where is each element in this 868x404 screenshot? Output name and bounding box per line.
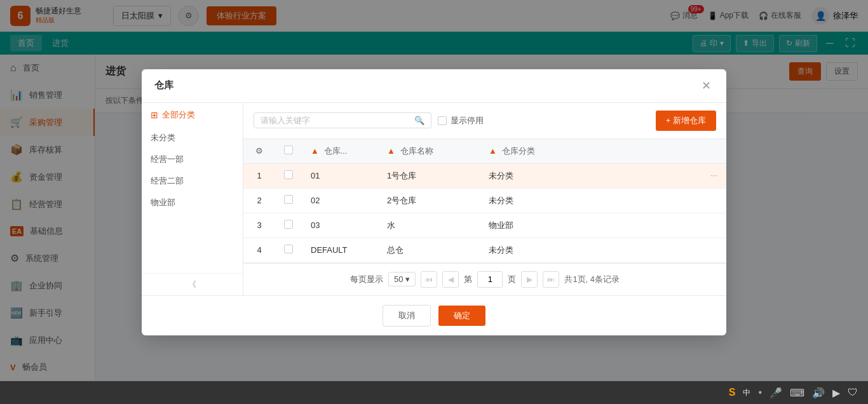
- row-category: 未分类: [480, 238, 726, 262]
- collapse-button[interactable]: 《: [142, 273, 243, 295]
- col-code-header: ▲ 仓库...: [302, 139, 378, 164]
- settings-col-icon: ⚙: [255, 146, 263, 156]
- warehouse-toolbar: 🔍 显示停用 + 新增仓库: [243, 103, 726, 139]
- page-suffix-label: 页: [508, 274, 516, 285]
- modal-close-button[interactable]: ✕: [698, 78, 714, 93]
- dot-icon: •: [758, 387, 762, 398]
- show-disabled-checkbox[interactable]: [438, 116, 447, 125]
- row-category: 未分类: [480, 188, 726, 213]
- cancel-button[interactable]: 取消: [383, 305, 431, 327]
- row-code: 03: [302, 213, 378, 238]
- show-disabled-text: 显示停用: [451, 115, 484, 126]
- page-prev-button[interactable]: ◀: [442, 271, 459, 288]
- search-input[interactable]: [261, 116, 410, 125]
- row-select-checkbox[interactable]: [284, 195, 293, 204]
- modal-overlay: 仓库 ✕ ⊞ 全部分类 未分类 经营一部 经营二部 物业部 《: [0, 0, 868, 404]
- row-num: 4: [243, 238, 275, 262]
- row-code: 01: [302, 163, 378, 188]
- category-panel: ⊞ 全部分类 未分类 经营一部 经营二部 物业部 《: [142, 103, 243, 295]
- page-last-button[interactable]: ⏭: [543, 271, 559, 288]
- modal-footer: 取消 确定: [142, 295, 726, 335]
- row-checkbox[interactable]: [275, 163, 302, 188]
- grid-icon: ⊞: [151, 110, 158, 120]
- warehouse-modal: 仓库 ✕ ⊞ 全部分类 未分类 经营一部 经营二部 物业部 《: [142, 69, 726, 335]
- page-number-input[interactable]: [477, 271, 503, 288]
- category-item-dept2[interactable]: 经营二部: [142, 170, 243, 192]
- row-select-checkbox[interactable]: [284, 220, 293, 229]
- row-name: 水: [378, 213, 480, 238]
- row-code: DEFAULT: [302, 238, 378, 262]
- table-header-row: ⚙ ▲ 仓库... ▲: [243, 139, 726, 164]
- col-checkbox-header: [275, 139, 302, 164]
- show-disabled-label[interactable]: 显示停用: [438, 115, 484, 126]
- page-total-label: 共1页, 4条记录: [564, 274, 620, 285]
- row-actions[interactable]: ···: [710, 170, 717, 180]
- keyboard-icon[interactable]: ⌨: [790, 387, 804, 399]
- row-code: 02: [302, 188, 378, 213]
- warehouse-table: ⚙ ▲ 仓库... ▲: [243, 139, 726, 263]
- mic-icon[interactable]: 🎤: [770, 387, 782, 399]
- col-settings: ⚙: [243, 139, 275, 164]
- category-item-unclassified[interactable]: 未分类: [142, 127, 243, 149]
- row-select-checkbox[interactable]: [284, 245, 293, 253]
- speaker-icon[interactable]: 🔊: [812, 387, 825, 399]
- pagination-bar: 每页显示 50 ▾ ⏮ ◀ 第 页 ▶ ⏭ 共1页, 4条记录: [243, 263, 726, 295]
- s-icon[interactable]: S: [729, 387, 736, 398]
- row-name: 2号仓库: [378, 188, 480, 213]
- modal-body: ⊞ 全部分类 未分类 经营一部 经营二部 物业部 《 🔍: [142, 103, 726, 295]
- table-row[interactable]: 4 DEFAULT 总仓 未分类: [243, 238, 726, 262]
- table-row[interactable]: 3 03 水 物业部: [243, 213, 726, 238]
- table-row[interactable]: 1 01 1号仓库 未分类 ···: [243, 163, 726, 188]
- row-select-checkbox[interactable]: [284, 170, 293, 179]
- sort-code-icon: ▲: [311, 146, 319, 156]
- row-num: 2: [243, 188, 275, 213]
- modal-title: 仓库: [154, 79, 173, 91]
- page-next-button[interactable]: ▶: [521, 271, 538, 288]
- search-input-wrap: 🔍: [254, 112, 431, 128]
- page-size-value: 50: [394, 274, 403, 284]
- row-num: 1: [243, 163, 275, 188]
- col-name-header: ▲ 仓库名称: [378, 139, 480, 164]
- row-name: 总仓: [378, 238, 480, 262]
- select-all-checkbox[interactable]: [284, 145, 293, 154]
- zh-icon[interactable]: 中: [743, 387, 750, 398]
- page-size-selector[interactable]: 50 ▾: [388, 272, 416, 286]
- page-first-button[interactable]: ⏮: [421, 271, 437, 288]
- warehouse-data-table: ⚙ ▲ 仓库... ▲: [243, 139, 726, 263]
- page-unit-label: 第: [464, 274, 472, 285]
- category-item-dept1[interactable]: 经营一部: [142, 149, 243, 170]
- play-icon[interactable]: ▶: [832, 387, 840, 399]
- shield-icon[interactable]: 🛡: [848, 387, 858, 398]
- sort-name-icon: ▲: [387, 146, 395, 156]
- row-checkbox[interactable]: [275, 238, 302, 262]
- page-size-label: 每页显示: [350, 274, 383, 285]
- bottom-bar: S 中 • 🎤 ⌨ 🔊 ▶ 🛡: [0, 381, 868, 404]
- row-checkbox[interactable]: [275, 213, 302, 238]
- search-icon[interactable]: 🔍: [414, 116, 424, 125]
- category-header[interactable]: ⊞ 全部分类: [142, 103, 243, 127]
- category-item-property[interactable]: 物业部: [142, 192, 243, 213]
- category-header-label: 全部分类: [162, 109, 195, 121]
- col-category-header: ▲ 仓库分类: [480, 139, 726, 164]
- row-name: 1号仓库: [378, 163, 480, 188]
- add-warehouse-button[interactable]: + 新增仓库: [656, 111, 716, 131]
- confirm-button[interactable]: 确定: [438, 306, 485, 326]
- row-num: 3: [243, 213, 275, 238]
- row-checkbox[interactable]: [275, 188, 302, 213]
- chevron-down-page-icon: ▾: [405, 274, 410, 284]
- warehouse-panel: 🔍 显示停用 + 新增仓库 ⚙: [243, 103, 726, 295]
- table-row[interactable]: 2 02 2号仓库 未分类: [243, 188, 726, 213]
- modal-header: 仓库 ✕: [142, 69, 726, 103]
- sort-category-icon: ▲: [489, 146, 497, 156]
- row-category: 物业部: [480, 213, 726, 238]
- row-category: 未分类 ···: [480, 163, 726, 188]
